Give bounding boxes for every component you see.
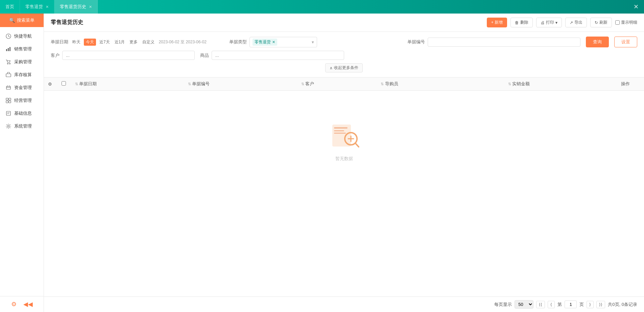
customer-filter-label: 客户 [51, 52, 59, 59]
sidebar-item-sales-mgmt-label: 销售管理 [14, 46, 32, 52]
date-shortcut-yesterday[interactable]: 昨天 [71, 39, 82, 46]
th-date[interactable]: 单据日期 [71, 77, 184, 91]
customer-filter: 客户 [51, 51, 195, 60]
number-filter-input[interactable] [428, 38, 580, 47]
customer-filter-input[interactable] [62, 51, 195, 60]
number-filter: 单据编号 [407, 38, 580, 47]
svg-rect-8 [6, 98, 8, 100]
date-shortcut-more[interactable]: 更多 [128, 39, 139, 46]
date-filter: 单据日期 昨天 今天 近7天 近1月 更多 自定义 2023-06-02 至 2… [51, 39, 224, 46]
collapse-button[interactable]: ∧ 收起更多条件 [325, 63, 363, 72]
page-prev-button[interactable]: ⟨ [548, 301, 555, 308]
per-page-select[interactable]: 50 10 20 100 [515, 300, 533, 309]
svg-rect-12 [6, 111, 10, 115]
type-filter-dropdown-icon: ▾ [312, 40, 314, 45]
filter-row-2: 客户 商品 [51, 51, 637, 60]
date-shortcut-1month[interactable]: 近1月 [113, 39, 126, 46]
svg-point-5 [9, 63, 10, 64]
settings-gear-icon[interactable]: ⚙ [11, 300, 17, 308]
sales-mgmt-icon [5, 46, 11, 52]
finance-icon [5, 85, 11, 91]
svg-rect-16 [334, 130, 344, 131]
sidebar-item-inventory[interactable]: 库存核算 [0, 68, 44, 81]
sidebar-item-operations-label: 经营管理 [14, 97, 32, 104]
sidebar-item-system-mgmt-label: 系统管理 [14, 123, 32, 129]
tab-home[interactable]: 首页 [0, 0, 20, 14]
query-button[interactable]: 查询 [586, 37, 609, 47]
tab-retail-return-close[interactable]: ✕ [46, 5, 49, 9]
page-number-input[interactable] [565, 300, 577, 308]
tab-retail-return-history-label: 零售退货历史 [60, 4, 86, 10]
th-guide[interactable]: 导购员 [377, 77, 473, 91]
purchase-mgmt-icon [5, 59, 11, 65]
goods-filter: 商品 [200, 51, 344, 60]
sidebar-item-system-mgmt[interactable]: 系统管理 [0, 120, 44, 133]
filter-row-1: 单据日期 昨天 今天 近7天 近1月 更多 自定义 2023-06-02 至 2… [51, 37, 637, 47]
sidebar-item-operations[interactable]: 经营管理 [0, 94, 44, 107]
type-filter-tag-remove[interactable]: ✕ [272, 40, 275, 44]
empty-state: 暂无数据 [44, 91, 644, 189]
sidebar-menu: 快捷导航 销售管理 [0, 27, 44, 296]
delete-button[interactable]: 🗑 删除 [510, 18, 533, 27]
sidebar-item-finance[interactable]: 资金管理 [0, 81, 44, 94]
collapse-icon: ∧ [330, 66, 333, 70]
content-area: 零售退货历史 + 新增 🗑 删除 🖨 打印 ▾ ↗ 导出 ↻ [44, 14, 644, 312]
show-detail-checkbox[interactable] [615, 20, 620, 25]
th-customer[interactable]: 客户 [297, 77, 377, 91]
page-header: 零售退货历史 + 新增 🗑 删除 🖨 打印 ▾ ↗ 导出 ↻ [44, 14, 644, 32]
th-op: 操作 [617, 77, 644, 91]
inventory-icon [5, 72, 11, 78]
goods-filter-label: 商品 [200, 52, 209, 59]
main-layout: 🔍 搜索菜单 快捷导航 [0, 14, 644, 312]
th-gear-icon[interactable]: ⚙ [48, 82, 52, 87]
page-label: 第 [557, 302, 562, 308]
type-filter-select[interactable]: 零售退货 ✕ ▾ [249, 37, 317, 47]
sidebar-search-label: 搜索菜单 [17, 17, 34, 23]
print-icon: 🖨 [541, 20, 545, 25]
per-page-label: 每页显示 [494, 302, 512, 308]
delete-icon: 🗑 [515, 20, 519, 25]
print-button[interactable]: 🖨 打印 ▾ [536, 18, 562, 27]
page-next-button[interactable]: ⟩ [587, 301, 594, 308]
tab-retail-return[interactable]: 零售退货 ✕ [20, 0, 54, 14]
tab-retail-return-history-close[interactable]: ✕ [89, 5, 92, 9]
sidebar-item-sales-mgmt[interactable]: 销售管理 [0, 43, 44, 55]
refresh-button[interactable]: ↻ 刷新 [590, 18, 612, 27]
settings-button[interactable]: 设置 [614, 37, 637, 47]
date-shortcut-today[interactable]: 今天 [84, 39, 96, 46]
page-title: 零售退货历史 [51, 19, 83, 26]
tab-retail-return-history[interactable]: 零售退货历史 ✕ [54, 0, 98, 14]
date-shortcut-7days[interactable]: 近7天 [98, 39, 111, 46]
svg-rect-10 [6, 101, 8, 103]
select-all-checkbox[interactable] [62, 81, 66, 86]
sidebar-item-inventory-label: 库存核算 [14, 72, 32, 78]
svg-rect-15 [334, 127, 348, 129]
svg-line-19 [355, 143, 359, 147]
sidebar-search[interactable]: 🔍 搜索菜单 [0, 14, 44, 27]
date-shortcut-custom[interactable]: 自定义 [141, 39, 156, 46]
export-button[interactable]: ↗ 导出 [565, 18, 587, 27]
show-detail-label[interactable]: 显示明细 [615, 20, 637, 25]
page-last-button[interactable]: ⟩⟩ [596, 301, 605, 308]
operations-icon [5, 97, 11, 104]
print-dropdown-icon: ▾ [555, 20, 557, 25]
th-checkbox[interactable] [57, 77, 71, 91]
svg-point-13 [8, 126, 9, 127]
th-settings[interactable]: ⚙ [44, 77, 57, 91]
sidebar-item-purchase-mgmt-label: 采购管理 [14, 59, 32, 65]
sidebar-item-quick-nav[interactable]: 快捷导航 [0, 30, 44, 43]
empty-text: 暂无数据 [335, 156, 353, 162]
th-amount[interactable]: 实销金额 [504, 77, 617, 91]
th-number[interactable]: 单据编号 [184, 77, 297, 91]
number-filter-label: 单据编号 [407, 39, 425, 45]
goods-filter-input[interactable] [212, 51, 344, 60]
svg-rect-17 [334, 133, 346, 134]
sidebar-item-purchase-mgmt[interactable]: 采购管理 [0, 55, 44, 68]
volume-icon[interactable]: ◀◀ [23, 300, 33, 308]
window-close-button[interactable]: ✕ [628, 3, 644, 10]
sidebar: 🔍 搜索菜单 快捷导航 [0, 14, 44, 312]
sidebar-item-basic-info[interactable]: 基础信息 [0, 107, 44, 120]
svg-rect-6 [6, 74, 11, 77]
page-first-button[interactable]: ⟨⟨ [536, 301, 545, 308]
new-button[interactable]: + 新增 [487, 18, 507, 27]
